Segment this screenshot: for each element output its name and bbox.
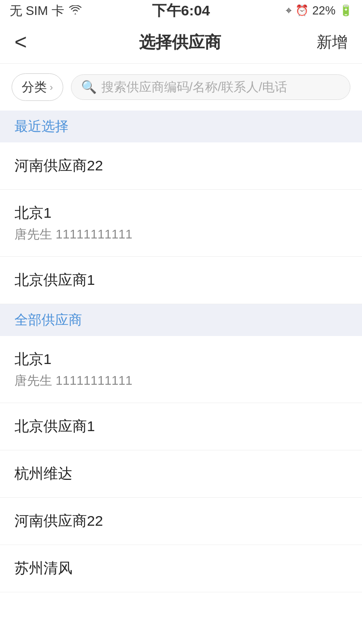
category-label: 分类 [22,79,47,96]
supplier-name: 北京供应商1 [14,270,348,290]
battery-icon: 🔋 [339,4,352,17]
status-right: ⌖ ⏰ 22% 🔋 [286,4,352,17]
wifi-icon [68,3,83,18]
list-item[interactable]: 北京供应商1 [0,257,362,304]
supplier-name: 杭州维达 [14,464,348,484]
recent-list: 河南供应商22 北京1 唐先生 11111111111 北京供应商1 [0,142,362,304]
status-left: 无 SIM 卡 [10,2,83,19]
page-title: 选择供应商 [139,31,221,54]
supplier-name: 苏州清风 [14,559,348,578]
filter-bar: 分类 › 🔍 [0,64,362,111]
supplier-detail: 唐先生 11111111111 [14,226,348,243]
no-sim-label: 无 SIM 卡 [10,2,64,19]
search-icon: 🔍 [81,80,97,95]
chevron-right-icon: › [50,82,53,93]
recent-section-label: 最近选择 [14,119,69,134]
search-box: 🔍 [71,74,350,100]
list-item[interactable]: 苏州清风 [0,545,362,592]
add-button[interactable]: 新增 [317,32,348,53]
list-item[interactable]: 北京1 唐先生 11111111111 [0,190,362,257]
list-item[interactable]: 河南供应商22 [0,142,362,190]
category-button[interactable]: 分类 › [12,73,63,101]
status-bar: 无 SIM 卡 下午6:04 ⌖ ⏰ 22% 🔋 [0,0,362,21]
supplier-name: 北京1 [14,203,348,223]
supplier-name: 北京1 [14,350,348,369]
supplier-detail: 唐先生 11111111111 [14,372,348,389]
recent-section-header: 最近选择 [0,111,362,142]
all-suppliers-list: 北京1 唐先生 11111111111 北京供应商1杭州维达河南供应商22苏州清… [0,336,362,592]
list-item[interactable]: 河南供应商22 [0,498,362,545]
battery-label: 22% [312,4,335,17]
list-item[interactable]: 北京1 唐先生 11111111111 [0,336,362,403]
location-icon: ⌖ [286,4,292,17]
supplier-name: 北京供应商1 [14,417,348,436]
all-section-header: 全部供应商 [0,304,362,336]
supplier-name: 河南供应商22 [14,156,348,176]
supplier-name: 河南供应商22 [14,511,348,531]
status-time: 下午6:04 [152,1,210,21]
search-input[interactable] [101,80,340,95]
list-item[interactable]: 杭州维达 [0,450,362,498]
list-item[interactable]: 北京供应商1 [0,403,362,450]
all-section-label: 全部供应商 [14,312,82,327]
nav-bar: < 选择供应商 新增 [0,21,362,64]
back-button[interactable]: < [14,31,43,54]
alarm-icon: ⏰ [295,4,308,17]
